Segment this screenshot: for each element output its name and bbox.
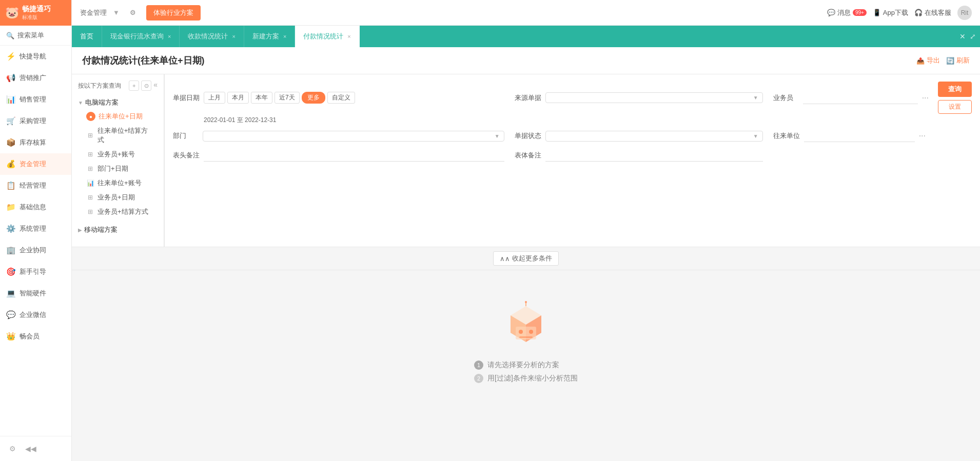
empty-tip-2: 2 用[过滤]条件来缩小分析范围 [474,374,578,383]
staff-input[interactable] [803,92,918,104]
sidebar-search[interactable]: 🔍 搜索菜单 [0,26,71,46]
filter-item-partner: 往来单位 ··· [773,130,972,142]
system-icon: ⚙️ [6,224,15,233]
user-avatar[interactable]: Rit [957,6,972,20]
tab-new-scheme-close[interactable]: × [283,33,286,39]
dept-select[interactable]: ▼ [203,131,504,142]
sidebar-item-finance[interactable]: 💰 资金管理 [0,153,71,175]
collapse-bar: ∧∧ 收起更多条件 [72,247,980,270]
partner-label: 往来单位 [773,131,800,141]
topbar-settings-btn[interactable]: ⚙ [126,6,140,20]
sidebar-item-hardware[interactable]: 💻 智能硬件 [0,283,71,304]
date-btn-this-month[interactable]: 本月 [227,92,249,104]
settings-btn[interactable]: 设置 [938,100,972,114]
scheme-group-desktop-title[interactable]: ▼ 电脑端方案 [78,96,158,109]
tab-bank-flow-label: 现金银行流水查询 [110,32,164,41]
scheme-group-mobile-title[interactable]: ▶ 移动端方案 [78,223,158,236]
sidebar-settings-btn[interactable]: ⚙ [5,442,19,456]
tab-bank-flow[interactable]: 现金银行流水查询 × [102,26,180,47]
source-select[interactable]: ▼ [545,92,763,103]
tab-maximize-icon[interactable]: ⤢ [970,32,976,41]
sidebar-item-operations[interactable]: 📋 经营管理 [0,175,71,196]
sidebar-item-member[interactable]: 👑 畅会员 [0,326,71,347]
sidebar-item-label: 畅会员 [19,332,40,341]
date-btn-last-month[interactable]: 上月 [204,92,225,104]
note-header-input[interactable] [204,149,504,162]
filter-item-staff: 业务员 ··· 查询 设置 [773,82,972,114]
filter-item-status: 单据状态 ▼ [515,131,763,142]
tab-payment-stats[interactable]: 付款情况统计 × [295,26,359,47]
sidebar-item-inventory[interactable]: 📦 库存核算 [0,132,71,153]
sidebar-search-label: 搜索菜单 [17,31,44,40]
sidebar-item-marketing[interactable]: 📢 营销推广 [0,67,71,89]
date-btn-7days[interactable]: 近7天 [275,92,300,104]
note-body-input[interactable] [545,149,763,162]
sidebar-item-system[interactable]: ⚙️ 系统管理 [0,218,71,239]
main-area: 资金管理 ▼ ⚙ 体验行业方案 💬 消息 99+ 📱 App下载 🎧 在线客服 … [72,0,980,461]
tab-new-scheme[interactable]: 新建方案 × [244,26,295,47]
scheme-table-icon: ⊞ [86,131,94,139]
messages-label: 消息 [837,8,851,17]
export-icon: 📤 [916,57,925,65]
sidebar-collapse-btn[interactable]: ◀◀ [24,442,38,456]
sidebar-item-sales[interactable]: 📊 销售管理 [0,89,71,110]
scheme-item-staff-settle[interactable]: ⊞ 业务员+结算方式 [78,205,158,219]
partner-dots[interactable]: ··· [919,131,926,141]
date-btn-this-year[interactable]: 本年 [251,92,272,104]
scheme-item-label: 业务员+账号 [97,150,135,159]
scheme-item-label: 往来单位+账号 [97,178,142,188]
svg-point-5 [529,330,533,334]
sidebar-item-guide[interactable]: 🎯 新手引导 [0,261,71,283]
messages-btn[interactable]: 💬 消息 99+ [827,8,867,17]
sidebar-item-basic-info[interactable]: 📁 基础信息 [0,196,71,218]
scheme-item-partner-account[interactable]: 📊 往来单位+账号 [78,176,158,190]
sidebar-item-purchase[interactable]: 🛒 采购管理 [0,110,71,132]
export-btn[interactable]: 📤 导出 [916,56,940,65]
scheme-header-icons: + ⊙ « [129,81,158,91]
collapse-conditions-btn[interactable]: ∧∧ 收起更多条件 [493,251,559,266]
dept-arrow-icon: ▼ [495,133,500,139]
filter-row-1: 单据日期 上月 本月 本年 近7天 更多 自定义 来源单据 [173,82,972,114]
status-select[interactable]: ▼ [545,131,763,142]
add-scheme-btn[interactable]: + [129,81,139,91]
try-industry-btn[interactable]: 体验行业方案 [146,5,201,21]
sidebar-item-wechat[interactable]: 💬 企业微信 [0,304,71,326]
filter-item-source: 来源单据 ▼ [515,92,763,103]
date-btn-more[interactable]: 更多 [302,92,325,104]
sidebar-item-label: 智能硬件 [19,289,46,298]
date-range-display: 2022-01-01 至 2022-12-31 [173,116,972,125]
scheme-item-dept-date[interactable]: ⊞ 部门+日期 [78,162,158,176]
staff-dots[interactable]: ··· [922,93,929,103]
partner-input[interactable] [804,130,915,142]
tab-bank-flow-close[interactable]: × [168,33,171,39]
app-download-btn[interactable]: 📱 App下载 [873,8,908,17]
online-service-btn[interactable]: 🎧 在线客服 [914,8,951,17]
date-btn-custom[interactable]: 自定义 [327,92,355,104]
collapse-scheme-btn[interactable]: « [153,81,158,91]
quick-nav-icon: ⚡ [6,52,15,61]
tab-home[interactable]: 首页 [72,26,102,47]
sidebar-item-quick-nav[interactable]: ⚡ 快捷导航 [0,46,71,67]
query-btn[interactable]: 查询 [938,82,972,97]
inventory-icon: 📦 [6,138,15,147]
status-label: 单据状态 [515,131,541,141]
dept-label: 部门 [173,131,199,141]
tab-collection-stats[interactable]: 收款情况统计 × [180,26,244,47]
refresh-btn[interactable]: 🔄 刷新 [946,56,970,65]
tab-payment-stats-close[interactable]: × [347,33,350,39]
sidebar-item-label: 销售管理 [19,95,46,104]
scheme-item-staff-date[interactable]: ⊞ 业务员+日期 [78,190,158,205]
settings-scheme-btn[interactable]: ⊙ [141,81,151,91]
page-header-actions: 📤 导出 🔄 刷新 [916,56,970,65]
basic-info-icon: 📁 [6,203,15,212]
svg-rect-6 [519,336,533,338]
tab-collection-stats-close[interactable]: × [232,33,235,39]
tab-close-all-icon[interactable]: ✕ [959,32,966,41]
scheme-table-icon: ⊞ [86,165,94,173]
scheme-item-partner-settle[interactable]: ⊞ 往来单位+结算方式 [78,124,158,147]
tabbar: 首页 现金银行流水查询 × 收款情况统计 × 新建方案 × 付款情况统计 × ✕… [72,26,980,47]
scheme-item-staff-account[interactable]: ⊞ 业务员+账号 [78,147,158,162]
sidebar-item-label: 企业微信 [19,310,46,319]
scheme-item-partner-date[interactable]: ● 往来单位+日期 [78,109,158,124]
sidebar-item-enterprise[interactable]: 🏢 企业协同 [0,239,71,261]
